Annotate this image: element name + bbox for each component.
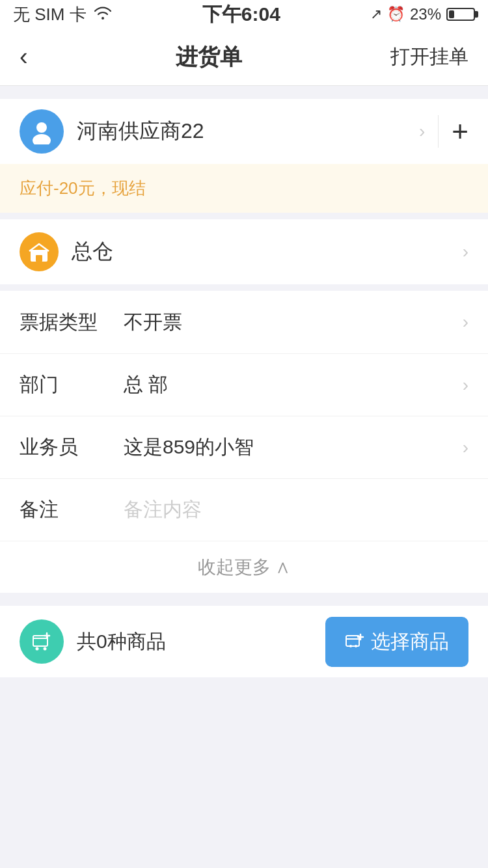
svg-rect-4 (33, 636, 47, 646)
notice-text: 应付-20元，现结 (20, 178, 146, 198)
open-pending-button[interactable]: 打开挂单 (390, 44, 468, 70)
collapse-label: 收起更多 ∧ (198, 555, 291, 580)
gap1 (0, 86, 488, 99)
dept-value: 总 部 (111, 372, 463, 398)
bottom-bg (0, 677, 488, 868)
status-time: 下午6:04 (202, 1, 280, 28)
status-left: 无 SIM 卡 (13, 3, 113, 26)
dept-chevron-icon: › (463, 375, 468, 396)
note-label: 备注 (20, 496, 111, 523)
svg-rect-3 (36, 255, 42, 262)
note-input[interactable]: 备注内容 (111, 496, 468, 523)
status-right: ↗ ⏰ 23% (370, 5, 475, 23)
supplier-avatar (20, 109, 64, 154)
salesperson-row[interactable]: 业务员 这是859的小智 › (0, 416, 488, 478)
select-product-label: 选择商品 (371, 629, 449, 655)
battery-percent: 23% (410, 5, 441, 23)
location-icon: ↗ (370, 6, 382, 23)
svg-point-5 (36, 647, 39, 651)
product-section: 共0种商品 选择商品 (0, 606, 488, 677)
carrier-text: 无 SIM 卡 (13, 3, 87, 26)
select-product-button[interactable]: 选择商品 (325, 617, 468, 667)
supplier-chevron-icon: › (419, 121, 425, 142)
status-bar: 无 SIM 卡 下午6:04 ↗ ⏰ 23% (0, 0, 488, 29)
svg-point-11 (355, 645, 357, 647)
product-count: 共0种商品 (77, 629, 325, 655)
collapse-row[interactable]: 收起更多 ∧ (0, 541, 488, 593)
supplier-name: 河南供应商22 (77, 117, 419, 146)
cart-icon (20, 619, 64, 664)
gap3 (0, 284, 488, 291)
warehouse-section[interactable]: 总仓 › (0, 219, 488, 284)
warehouse-icon (20, 232, 59, 271)
gap4 (0, 593, 488, 606)
svg-point-10 (349, 645, 352, 647)
svg-point-6 (44, 647, 47, 651)
dept-label: 部门 (20, 372, 111, 398)
note-row[interactable]: 备注 备注内容 (0, 478, 488, 541)
form-section: 票据类型 不开票 › 部门 总 部 › 业务员 这是859的小智 › 备注 备注… (0, 291, 488, 593)
supplier-section[interactable]: 河南供应商22 › + (0, 99, 488, 164)
salesperson-value: 这是859的小智 (111, 434, 463, 461)
warehouse-name: 总仓 (72, 237, 463, 266)
svg-point-0 (36, 122, 47, 133)
gap2 (0, 213, 488, 219)
alarm-icon: ⏰ (387, 6, 405, 23)
invoice-label: 票据类型 (20, 309, 111, 336)
battery-icon (446, 8, 475, 21)
wifi-icon (93, 5, 113, 23)
back-button[interactable]: ‹ (20, 43, 28, 71)
salesperson-chevron-icon: › (463, 437, 468, 458)
dept-row[interactable]: 部门 总 部 › (0, 353, 488, 416)
page-title: 进货单 (176, 42, 242, 72)
warehouse-chevron-icon: › (463, 241, 468, 262)
supplier-divider (438, 115, 439, 148)
invoice-value: 不开票 (111, 309, 463, 336)
notice-banner: 应付-20元，现结 (0, 164, 488, 213)
salesperson-label: 业务员 (20, 434, 111, 461)
svg-point-1 (33, 134, 51, 144)
add-supplier-button[interactable]: + (452, 115, 468, 148)
invoice-row[interactable]: 票据类型 不开票 › (0, 291, 488, 353)
nav-bar: ‹ 进货单 打开挂单 (0, 29, 488, 86)
invoice-chevron-icon: › (463, 312, 468, 332)
